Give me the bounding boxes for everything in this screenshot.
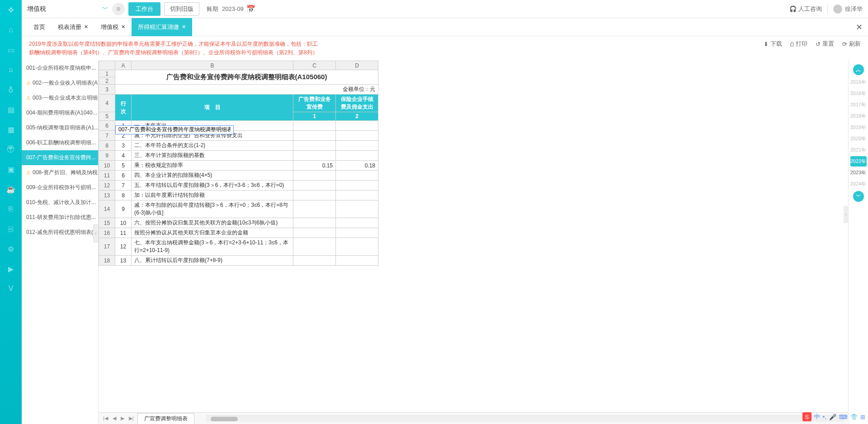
year-button[interactable]: 2017年 [850, 100, 867, 110]
rownum-cell[interactable]: 11 [115, 228, 132, 238]
value-cell-d[interactable] [336, 181, 378, 191]
year-button[interactable]: 2021年 [850, 145, 867, 155]
tab-close-icon[interactable]: ✕ [84, 24, 88, 30]
nav-export-icon[interactable]: ⎘ [5, 204, 16, 214]
year-button[interactable]: 2022年 [850, 156, 867, 167]
form-list-item[interactable]: 010-免税、减计收入及加计... [22, 195, 98, 210]
value-cell-d[interactable] [336, 191, 378, 200]
rownum-cell[interactable]: 6 [115, 171, 132, 181]
rownum-cell[interactable]: 7 [115, 181, 132, 191]
rownum-cell[interactable]: 10 [115, 218, 132, 228]
form-list-item[interactable]: ⚠002-一般企业收入明细表(A... [22, 76, 98, 91]
year-button[interactable]: 2019年 [850, 122, 867, 133]
workbench-button[interactable]: 工作台 [128, 2, 160, 16]
form-list-item[interactable]: 009-企业所得税弥补亏损明... [22, 180, 98, 195]
rownum-cell[interactable]: 9 [115, 200, 132, 218]
row-header[interactable]: 16 [99, 228, 115, 238]
row-header[interactable]: 13 [99, 191, 115, 200]
calendar-icon[interactable]: 📅 [246, 5, 255, 13]
print-link[interactable]: ⎙打印 [790, 40, 807, 48]
item-cell[interactable]: 五、本年结转以后年度扣除额(3＞6，本行=3-6；3≤6，本行=0) [132, 181, 293, 191]
item-cell[interactable]: 二、本年符合条件的支出(1-2) [132, 141, 293, 151]
download-link[interactable]: ⬇下载 [764, 40, 782, 48]
nav-report-icon[interactable]: ▦ [5, 124, 16, 135]
round-doc-button[interactable]: ≡ [112, 3, 125, 15]
form-list-item[interactable]: 012-减免所得税优惠明细表(... [22, 225, 98, 240]
value-cell-c[interactable] [293, 181, 336, 191]
value-cell-c[interactable] [293, 256, 336, 266]
value-cell-d[interactable] [336, 141, 378, 151]
year-button[interactable]: 2023年 [850, 167, 867, 178]
col-header-b[interactable]: B [132, 61, 293, 70]
year-button[interactable]: 2016年 [850, 88, 867, 99]
reset-link[interactable]: ↺重置 [816, 40, 834, 48]
ime-s-icon[interactable]: S [802, 412, 811, 421]
nav-soup-icon[interactable]: ☕ [5, 184, 16, 195]
close-all-tabs-icon[interactable]: ✕ [856, 22, 863, 32]
row-header[interactable]: 1 [99, 70, 115, 77]
year-button[interactable]: 2024年 [850, 179, 867, 189]
sheet-title[interactable]: 广告费和业务宣传费跨年度纳税调整明细表(A105060) [115, 70, 378, 85]
sheet-nav-last-icon[interactable]: ▶| [128, 415, 135, 421]
nav-calendar-icon[interactable]: ▣ [5, 164, 16, 175]
row-header[interactable]: 18 [99, 256, 115, 266]
row-header[interactable]: 8 [99, 141, 115, 151]
sheet-nav-first-icon[interactable]: |◀ [102, 415, 109, 421]
ime-keyboard-icon[interactable]: ⌨ [839, 414, 848, 420]
value-cell-d[interactable] [336, 171, 378, 181]
sheet-nav-prev-icon[interactable]: ◀ [112, 415, 117, 421]
value-cell-c[interactable] [293, 151, 336, 161]
row-header[interactable]: 17 [99, 238, 115, 256]
nav-inbox-icon[interactable]: ⌸ [5, 224, 16, 234]
rownum-cell[interactable]: 12 [115, 238, 132, 256]
value-cell-d[interactable] [336, 228, 378, 238]
nav-v-icon[interactable]: V [5, 283, 16, 294]
value-cell-c[interactable] [293, 131, 336, 141]
col-header-d[interactable]: D [336, 61, 378, 70]
tab-close-icon[interactable]: ✕ [121, 24, 125, 30]
nav-bag-icon[interactable]: ♁ [5, 84, 16, 95]
row-header[interactable]: 12 [99, 181, 115, 191]
scroll-thumb[interactable] [211, 417, 238, 421]
ime-grid-icon[interactable]: ⊞ [860, 414, 865, 420]
form-list-item[interactable]: ⚠003-一般企业成本支出明细... [22, 91, 98, 105]
header-rownum[interactable]: 行次 [115, 95, 132, 121]
item-cell[interactable]: 七、本年支出纳税调整金额(3＞6，本行=2+3-6+10-11；3≤6，本行=2… [132, 238, 293, 256]
tab[interactable]: 增值税✕ [94, 18, 132, 36]
item-cell[interactable]: 减：本年扣除的以前年度结转额[3＞6，本行=0；3≤6，本行=8与(6-3)孰小… [132, 200, 293, 218]
nav-gear-icon[interactable]: ⚙ [5, 243, 16, 254]
user-menu[interactable]: 徐泽华 [833, 5, 863, 14]
form-list-item[interactable]: 006-职工薪酬纳税调整明细... [22, 135, 98, 150]
item-cell[interactable]: 加：以前年度累计结转扣除额 [132, 191, 293, 200]
header-adfee[interactable]: 广告费和业务宣传费 [293, 95, 336, 112]
ime-punct-icon[interactable]: •, [823, 414, 826, 420]
value-cell-c[interactable] [293, 141, 336, 151]
col-header-a[interactable]: A [115, 61, 132, 70]
tab[interactable]: 所得税汇算清缴✕ [132, 18, 192, 36]
value-cell-c[interactable] [293, 228, 336, 238]
help-link[interactable]: 🎧 人工咨询 [789, 5, 822, 13]
nav-shirt-icon[interactable]: 〶 [5, 144, 16, 155]
form-list-item[interactable]: 007-广告费和业务宣传费跨... [22, 150, 98, 165]
form-list-item[interactable]: ⚠008-资产折旧、摊销及纳税... [22, 165, 98, 180]
form-list-item[interactable]: 004-期间费用明细表(A1040... [22, 105, 98, 120]
value-cell-c[interactable] [293, 121, 336, 131]
value-cell-c[interactable]: 0.15 [293, 161, 336, 171]
item-cell[interactable]: 按照分摊协议从其他关联方归集至本企业的金额 [132, 228, 293, 238]
rownum-cell[interactable]: 13 [115, 256, 132, 266]
chevron-down-icon[interactable]: ﹀ [102, 5, 108, 13]
row-header[interactable]: 2 [99, 77, 115, 85]
sheet-grid[interactable]: A B C D 1 广告费和业务宣传费跨年度纳税调整明细表(A105060) 2 [99, 61, 378, 266]
value-cell-d[interactable] [336, 151, 378, 161]
row-header[interactable]: 10 [99, 161, 115, 171]
form-list-item[interactable]: 005-纳税调整项目明细表(A1... [22, 120, 98, 135]
year-button[interactable]: 2018年 [850, 111, 867, 121]
form-list-item[interactable]: 001-企业所得税年度纳税申... [22, 61, 98, 76]
nav-chart-icon[interactable]: ⩍ [5, 64, 16, 75]
item-cell[interactable]: 六、按照分摊协议归集至其他关联方的金额(10≤3与6孰小值) [132, 218, 293, 228]
refresh-link[interactable]: ⟳刷新 [842, 40, 861, 48]
item-cell[interactable]: 乘：税收规定扣除率 [132, 161, 293, 171]
value-cell-d[interactable] [336, 200, 378, 218]
grid-corner[interactable] [99, 61, 115, 70]
col-header-c[interactable]: C [293, 61, 336, 70]
